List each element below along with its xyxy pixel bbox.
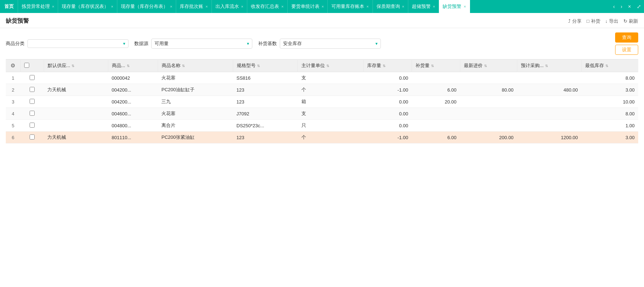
table-row: 5 004800... 离合片 DS250*23c... 只 0.00 1.00 [6,120,638,132]
share-icon: ⤴ [568,18,571,24]
cell-min-stock: 3.00 [582,132,638,144]
refresh-button[interactable]: ↻ 刷新 [623,18,638,25]
select-all-checkbox[interactable] [24,63,29,68]
sort-icon[interactable]: ⇅ [127,64,130,68]
cell-stock: -1.00 [364,84,412,96]
cell-name: 离合片 [158,120,233,132]
close-icon[interactable]: × [281,4,283,9]
chevron-down-icon: ▾ [123,41,125,46]
row-checkbox-cell [20,72,44,84]
chevron-down-icon: ▾ [375,41,378,46]
cell-replenish: 6.00 [412,84,460,96]
cell-stock: -1.00 [364,132,412,144]
page-content: 缺货预警 ⤴ 分享 □ 补货 ↓ 导出 ↻ 刷新 商品分类 [0,13,644,287]
close-icon[interactable]: × [111,4,113,9]
cell-unit: 支 [298,108,364,120]
th-latest-price: 最新进价 ⇅ [460,59,517,72]
cell-spec: 123 [233,96,298,108]
cell-replenish: 6.00 [412,132,460,144]
prev-arrow[interactable]: ‹ [610,4,618,9]
th-settings[interactable]: ⚙ [6,59,20,72]
cell-unit: 个 [298,84,364,96]
next-arrow[interactable]: › [618,4,625,9]
table-row: 3 004200... 三九 123 箱 0.00 20.00 10.00 [6,96,638,108]
cell-sku: 004200... [108,96,158,108]
row-num: 1 [6,72,20,84]
table-row: 4 004600... 火花塞 J7092 支 0.00 8.00 [6,108,638,120]
nav-tab-expiry[interactable]: 保质期查询 × [373,0,408,13]
close-icon[interactable]: × [464,4,466,9]
close-icon[interactable]: × [52,4,54,9]
cell-replenish [412,72,460,84]
close-icon[interactable]: × [402,4,404,9]
sort-icon[interactable]: ⇅ [545,64,548,68]
cell-est-purchase: 1200.00 [517,132,582,144]
filter-bar: 商品分类 ▾ 数据源 可用量 ▾ 补货基数 安全库存 ▾ 查询 设置 [0,28,644,59]
nav-tab-overstock[interactable]: 超储预警 × [408,0,439,13]
sort-icon[interactable]: ⇅ [182,64,185,68]
nav-tab-inventory-status[interactable]: 现存量（库存状况表） × [58,0,117,13]
row-checkbox[interactable] [30,87,35,92]
close-icon[interactable]: × [322,4,324,9]
sort-icon[interactable]: ⇅ [484,64,487,68]
settings-gear-icon[interactable]: ⚙ [10,62,15,69]
cell-min-stock: 10.00 [582,96,638,108]
close-icon[interactable]: × [366,4,369,9]
cell-min-stock: 1.00 [582,120,638,132]
close-icon[interactable]: × [241,4,243,9]
expand-window[interactable]: ⤢ [634,4,644,9]
nav-tab-batch[interactable]: 库存批次账 × [176,0,212,13]
table-wrap: ⚙ 默认供应... ⇅ 商品... ⇅ [0,59,644,144]
base-select[interactable]: 安全库存 ▾ [280,39,381,49]
cell-spec: SS816 [233,72,298,84]
th-checkbox [20,59,44,72]
cell-latest-price [460,72,517,84]
close-window[interactable]: × [625,4,634,9]
row-checkbox[interactable] [30,134,35,140]
sort-icon[interactable]: ⇅ [605,64,608,68]
close-icon[interactable]: × [205,4,208,9]
nav-tab-inout[interactable]: 出入库流水 × [212,0,247,13]
category-select[interactable]: ▾ [27,39,129,48]
replenish-button[interactable]: □ 补货 [587,18,600,25]
sort-icon[interactable]: ⇅ [257,64,260,68]
cell-est-purchase [517,72,582,84]
nav-tab-order-stat[interactable]: 要货单统计表 × [288,0,328,13]
nav-tab-home[interactable]: 首页 [0,0,18,13]
row-checkbox[interactable] [30,123,35,128]
nav-tab-inventory-dist[interactable]: 现存量（库存分布表） × [117,0,176,13]
top-nav: 首页 拣货异常处理 × 现存量（库存状况表） × 现存量（库存分布表） × 库存… [0,0,644,13]
share-button[interactable]: ⤴ 分享 [568,18,582,25]
row-num: 4 [6,108,20,120]
row-checkbox[interactable] [30,111,35,116]
datasource-filter-group: 数据源 可用量 ▾ [134,39,252,49]
nav-arrows: ‹ › × ⤢ [610,4,644,9]
table-row: 2 力天机械 004200... PC200油缸缸子 123 个 -1.00 6… [6,84,638,96]
cell-stock: 0.00 [364,96,412,108]
sort-icon[interactable]: ⇅ [431,64,434,68]
row-checkbox[interactable] [30,75,35,80]
sort-icon[interactable]: ⇅ [71,64,74,68]
cell-min-stock: 3.00 [582,84,638,96]
settings-button[interactable]: 设置 [615,45,638,55]
nav-tab-receipt[interactable]: 收发存汇总表 × [247,0,287,13]
cell-est-purchase [517,96,582,108]
export-button[interactable]: ↓ 导出 [605,18,619,25]
page-header: 缺货预警 ⤴ 分享 □ 补货 ↓ 导出 ↻ 刷新 [0,13,644,28]
nav-tab-shortage[interactable]: 缺货预警 × [439,0,470,13]
base-filter-group: 补货基数 安全库存 ▾ [258,39,381,49]
close-icon[interactable]: × [170,4,172,9]
cell-supplier: 力天机械 [44,132,108,144]
close-icon[interactable]: × [433,4,435,9]
sort-icon[interactable]: ⇅ [326,64,329,68]
row-checkbox-cell [20,132,44,144]
sort-icon[interactable]: ⇅ [383,64,386,68]
nav-tab-abnormal[interactable]: 拣货异常处理 × [18,0,58,13]
datasource-select[interactable]: 可用量 ▾ [151,39,252,49]
datasource-value: 可用量 [155,40,169,47]
query-button[interactable]: 查询 [615,32,638,43]
th-est-purchase: 预计采购... ⇅ [517,59,582,72]
replenish-icon: □ [587,18,589,24]
nav-tab-available[interactable]: 可用量库存账本 × [328,0,373,13]
row-checkbox[interactable] [30,99,35,104]
